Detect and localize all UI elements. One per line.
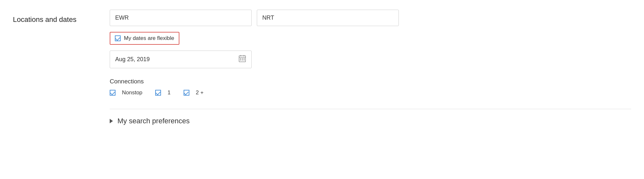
one-connection-label: 1 xyxy=(167,90,170,96)
origin-input[interactable] xyxy=(110,10,252,26)
svg-rect-9 xyxy=(244,60,245,61)
destination-input[interactable] xyxy=(257,10,399,26)
search-preferences-label: My search preferences xyxy=(117,117,190,125)
search-preferences-row[interactable]: My search preferences xyxy=(110,117,631,125)
connections-options: Nonstop 1 2 + xyxy=(110,90,631,96)
flexible-dates-label: My dates are flexible xyxy=(124,35,174,42)
two-plus-checkbox[interactable] xyxy=(184,90,189,96)
svg-rect-7 xyxy=(240,60,241,61)
one-connection-checkbox[interactable] xyxy=(155,90,161,96)
flexible-dates-checkbox[interactable] xyxy=(115,35,121,41)
date-value: Aug 25, 2019 xyxy=(115,56,150,63)
nonstop-label: Nonstop xyxy=(122,90,142,96)
svg-rect-4 xyxy=(240,58,241,59)
form-area: My dates are flexible Aug 25, 2019 xyxy=(110,10,631,125)
connections-title: Connections xyxy=(110,78,631,85)
calendar-svg-icon xyxy=(238,55,246,62)
date-input-row: Aug 25, 2019 xyxy=(110,51,631,68)
page-container: Locations and dates My dates are flexibl… xyxy=(13,10,631,125)
calendar-icon[interactable] xyxy=(238,55,246,64)
two-plus-label: 2 + xyxy=(196,90,204,96)
one-connection-option[interactable]: 1 xyxy=(155,90,170,96)
svg-rect-5 xyxy=(242,58,243,59)
connections-section: Connections Nonstop 1 2 + xyxy=(110,78,631,96)
svg-rect-8 xyxy=(242,60,243,61)
flexible-dates-checkbox-wrapper[interactable]: My dates are flexible xyxy=(110,32,179,45)
two-plus-option[interactable]: 2 + xyxy=(184,90,204,96)
chevron-right-icon xyxy=(110,119,113,123)
section-title: Locations and dates xyxy=(13,10,110,24)
date-input-wrapper[interactable]: Aug 25, 2019 xyxy=(110,51,252,68)
svg-rect-6 xyxy=(244,58,245,59)
airport-row xyxy=(110,10,631,26)
section-divider xyxy=(110,109,631,109)
nonstop-checkbox[interactable] xyxy=(110,90,116,96)
nonstop-option[interactable]: Nonstop xyxy=(110,90,142,96)
